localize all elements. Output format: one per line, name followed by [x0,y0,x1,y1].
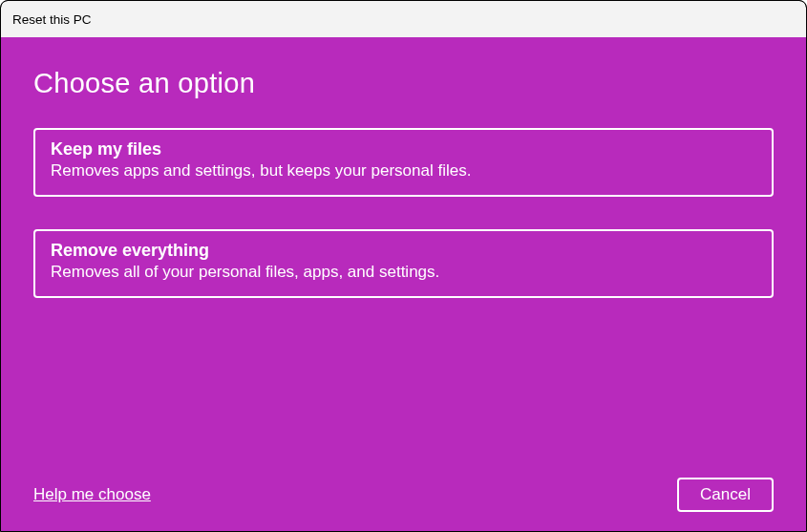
option-title: Remove everything [51,241,756,261]
footer: Help me choose Cancel [33,478,774,512]
option-remove-everything[interactable]: Remove everything Removes all of your pe… [33,229,774,298]
cancel-button[interactable]: Cancel [677,478,774,512]
titlebar: Reset this PC [1,1,806,37]
page-heading: Choose an option [33,68,774,99]
option-description: Removes apps and settings, but keeps you… [51,160,756,182]
option-description: Removes all of your personal files, apps… [51,262,756,284]
reset-pc-window: Reset this PC Choose an option Keep my f… [0,0,807,532]
options-list: Keep my files Removes apps and settings,… [33,128,774,298]
option-keep-my-files[interactable]: Keep my files Removes apps and settings,… [33,128,774,197]
window-title: Reset this PC [12,12,92,27]
option-title: Keep my files [51,139,756,160]
help-me-choose-link[interactable]: Help me choose [33,485,151,504]
content-area: Choose an option Keep my files Removes a… [1,37,806,531]
